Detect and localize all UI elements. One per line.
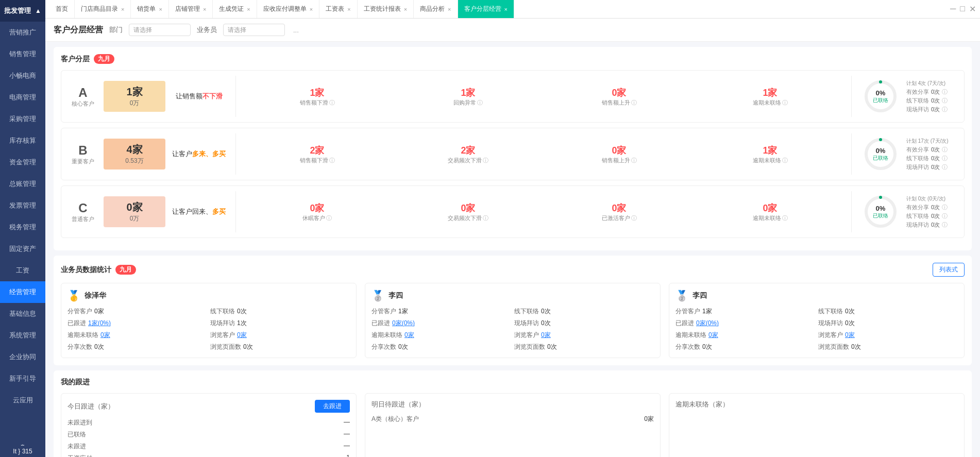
tab-close-icon[interactable]: × xyxy=(347,6,350,12)
tab-close-icon[interactable]: × xyxy=(448,6,451,12)
sidebar-item-新手引导[interactable]: 新手引导 xyxy=(0,368,45,390)
stats-info-icon[interactable]: ⓘ xyxy=(942,221,948,229)
biz-row-label: 逾期未联络 xyxy=(675,331,706,340)
sidebar-collapse-icon[interactable]: ▲ xyxy=(35,7,41,14)
tier-row-A: A核心客户1家0万让销售额不下滑1家销售额下滑 ⓘ1家回购异常 ⓘ0家销售额上升… xyxy=(61,70,965,123)
tier-metric: 0家销售额上升 ⓘ xyxy=(546,144,692,164)
tab-工资表[interactable]: 工资表× xyxy=(319,0,357,19)
sidebar-item-云应用[interactable]: 云应用 xyxy=(0,390,45,411)
follow-goto-btn[interactable]: 去跟进 xyxy=(315,400,350,413)
stats-info-icon[interactable]: ⓘ xyxy=(942,204,948,211)
tab-close-icon[interactable]: × xyxy=(404,6,407,12)
tier-metric: 2家销售额下滑 ⓘ xyxy=(244,144,390,164)
sidebar-item-总账管理[interactable]: 总账管理 xyxy=(0,173,45,195)
info-icon[interactable]: ⓘ xyxy=(477,99,483,107)
stats-info-icon[interactable]: ⓘ xyxy=(942,155,948,162)
biz-row-val[interactable]: 0家 xyxy=(404,331,414,340)
tab-close-icon[interactable]: × xyxy=(159,6,162,12)
biz-row-val[interactable]: 0家 xyxy=(845,331,855,340)
info-icon[interactable]: ⓘ xyxy=(483,157,488,164)
dept-select[interactable]: 请选择 xyxy=(129,24,191,36)
tier-count-num: 4家 xyxy=(126,143,142,157)
follow-col: 明日待跟进（家）A类（核心）客户0家 xyxy=(365,393,661,457)
tier-metric-num: 0家 xyxy=(612,144,626,157)
list-btn[interactable]: 列表式 xyxy=(933,263,965,277)
sidebar-header[interactable]: 批发管理 ▲ xyxy=(0,0,45,22)
biz-row-val[interactable]: 0家(0%) xyxy=(696,319,719,328)
follow-row-val: — xyxy=(344,430,350,439)
sidebar-item-销售管理[interactable]: 销售管理 xyxy=(0,43,45,65)
sidebar-item-电商管理[interactable]: 电商管理 xyxy=(0,87,45,108)
tab-close-icon[interactable]: × xyxy=(310,6,313,12)
biz-row-val[interactable]: 0家 xyxy=(237,331,247,340)
sidebar-item-固定资产[interactable]: 固定资产 xyxy=(0,238,45,260)
biz-row-val[interactable]: 0家 xyxy=(708,331,718,340)
info-icon[interactable]: ⓘ xyxy=(329,99,335,107)
tab-商品分析[interactable]: 商品分析× xyxy=(414,0,458,19)
sidebar-item-库存核算[interactable]: 库存核算 xyxy=(0,130,45,151)
info-icon[interactable]: ⓘ xyxy=(631,99,637,107)
sidebar-item-资金管理[interactable]: 资金管理 xyxy=(0,151,45,173)
sidebar-item-企业协同[interactable]: 企业协同 xyxy=(0,346,45,368)
biz-card-item: 分享次数0次 xyxy=(675,343,815,351)
sidebar-item-营销推广[interactable]: 营销推广 xyxy=(0,22,45,43)
sidebar-item-工资[interactable]: 工资 xyxy=(0,260,45,281)
tab-首页[interactable]: 首页 xyxy=(49,0,75,19)
stats-label: 线下联络 xyxy=(906,97,929,105)
info-icon[interactable]: ⓘ xyxy=(782,214,788,222)
stats-info-icon[interactable]: ⓘ xyxy=(942,106,948,113)
window-minimize-icon[interactable]: ─ xyxy=(950,4,956,14)
sidebar-item-系统管理[interactable]: 系统管理 xyxy=(0,325,45,346)
sales-select[interactable]: 请选择 xyxy=(223,24,285,36)
tier-stats-item: 现场拜访0次ⓘ xyxy=(906,221,958,229)
tab-工资统计报表[interactable]: 工资统计报表× xyxy=(358,0,414,19)
info-icon[interactable]: ⓘ xyxy=(631,214,637,222)
tab-close-icon[interactable]: × xyxy=(121,6,124,12)
sidebar-item-小畅电商[interactable]: 小畅电商 xyxy=(0,65,45,87)
stats-info-icon[interactable]: ⓘ xyxy=(942,163,948,171)
tab-close-icon[interactable]: × xyxy=(247,6,250,12)
biz-row-label: 浏览客户 xyxy=(818,331,843,340)
stats-info-icon[interactable]: ⓘ xyxy=(942,212,948,220)
tab-门店商品目录[interactable]: 门店商品目录× xyxy=(75,0,131,19)
window-close-icon[interactable]: ✕ xyxy=(969,4,976,14)
sidebar-item-发票管理[interactable]: 发票管理 xyxy=(0,195,45,216)
stats-info-icon[interactable]: ⓘ xyxy=(942,88,948,96)
window-maximize-icon[interactable]: □ xyxy=(960,4,965,14)
biz-row-val[interactable]: 1家(0%) xyxy=(88,319,111,328)
tab-销货单[interactable]: 销货单× xyxy=(131,0,168,19)
sidebar-item-税务管理[interactable]: 税务管理 xyxy=(0,216,45,238)
tier-stats-list: 计划 17次 (7天/次)有效分享0次ⓘ线下联络0次ⓘ现场拜访0次ⓘ xyxy=(906,138,958,171)
stats-info-icon[interactable]: ⓘ xyxy=(942,97,948,105)
info-icon[interactable]: ⓘ xyxy=(326,214,332,222)
info-icon[interactable]: ⓘ xyxy=(782,99,788,107)
tier-count-block: 4家0.53万 xyxy=(104,139,165,170)
tab-close-icon[interactable]: × xyxy=(504,6,508,12)
tier-letter-block-B: B重要客户 xyxy=(67,143,98,165)
tab-客户分层经营[interactable]: 客户分层经营× xyxy=(458,0,514,19)
biz-card-item: 线下联络0次 xyxy=(818,307,958,316)
follow-col: 逾期未联络（家） xyxy=(669,393,965,457)
filter-more[interactable]: ... xyxy=(293,26,299,34)
stats-info-icon[interactable]: ⓘ xyxy=(942,146,948,154)
tier-metric: 1家逾期未联络 ⓘ xyxy=(697,87,843,107)
biz-row-val[interactable]: 0家 xyxy=(541,331,551,340)
stats-label: 现场拜访 xyxy=(906,163,929,171)
info-icon[interactable]: ⓘ xyxy=(329,157,335,164)
biz-row-label: 逾期未联络 xyxy=(67,331,98,340)
tab-close-icon[interactable]: × xyxy=(203,6,206,12)
dept-label: 部门 xyxy=(109,25,123,35)
info-icon[interactable]: ⓘ xyxy=(483,214,488,222)
info-icon[interactable]: ⓘ xyxy=(782,157,788,164)
biz-row-val[interactable]: 0家(0%) xyxy=(392,319,415,328)
tier-divider-1 xyxy=(235,133,236,175)
tab-店铺管理[interactable]: 店铺管理× xyxy=(169,0,213,19)
sidebar-item-基础信息[interactable]: 基础信息 xyxy=(0,303,45,325)
tab-应收应付调整单[interactable]: 应收应付调整单× xyxy=(257,0,319,19)
biz-row-val[interactable]: 0家 xyxy=(100,331,110,340)
sidebar-item-经营管理[interactable]: 经营管理 xyxy=(0,281,45,303)
page-title: 客户分层经营 xyxy=(54,25,103,36)
tab-生成凭证[interactable]: 生成凭证× xyxy=(213,0,257,19)
info-icon[interactable]: ⓘ xyxy=(631,157,637,164)
sidebar-item-采购管理[interactable]: 采购管理 xyxy=(0,108,45,130)
